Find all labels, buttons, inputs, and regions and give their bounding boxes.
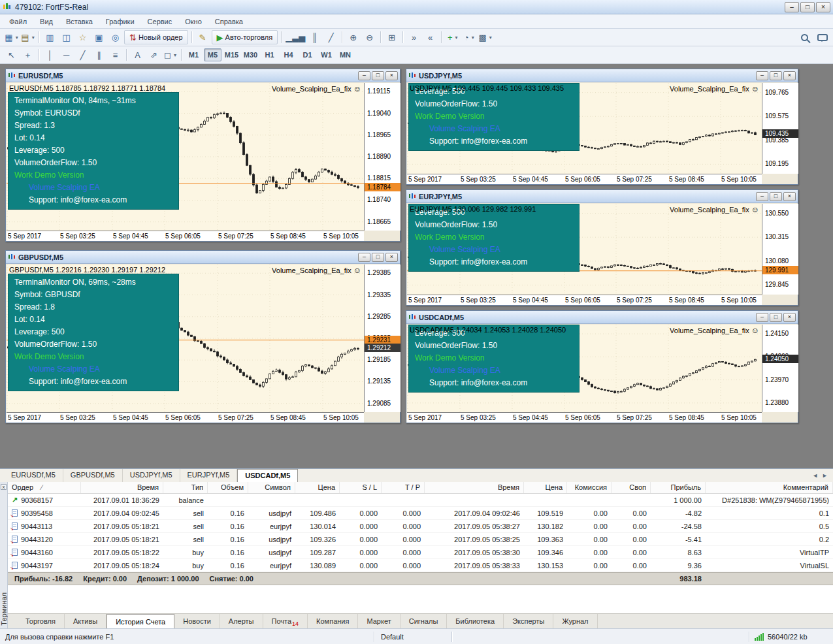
market-watch-button[interactable]: ▥ (42, 30, 57, 44)
navigator-button[interactable]: ☆ (75, 30, 90, 44)
chart-tab[interactable]: USDJPYf,M5 (123, 469, 180, 482)
menu-item[interactable]: Сервис (141, 16, 179, 27)
vertical-line-button[interactable]: │ (42, 48, 57, 62)
profiles-button[interactable]: ▤▾ (20, 30, 35, 44)
horizontal-line-button[interactable]: ─ (59, 48, 74, 62)
column-header[interactable]: Комментарий (706, 482, 833, 493)
chart-restore-button[interactable]: □ (770, 313, 782, 322)
scroll-right-icon[interactable]: ► (822, 472, 828, 479)
autotrade-button[interactable]: ▶Авто-торговля (212, 30, 278, 44)
column-header[interactable]: S / L (340, 482, 382, 493)
column-header[interactable]: Объем (208, 482, 248, 493)
chart-titlebar[interactable]: GBPUSDf,M5–□× (6, 251, 400, 264)
chart-titlebar[interactable]: EURJPYf,M5–□× (406, 190, 798, 203)
chart-restore-button[interactable]: □ (770, 71, 782, 80)
tile-windows-button[interactable]: ⊞ (384, 30, 399, 44)
timeframe-w1-button[interactable]: W1 (318, 48, 335, 61)
terminal-tab[interactable]: Журнал (553, 614, 597, 628)
history-row[interactable]: 903954582017.09.04 09:02:45sell0.16usdjp… (8, 507, 833, 520)
channel-button[interactable]: ∥ (91, 48, 106, 62)
timeframe-h4-button[interactable]: H4 (280, 48, 297, 61)
chat-icon[interactable] (817, 34, 828, 41)
chart-plot[interactable]: Leverage: 500VolumeOrderFlow: 1.50Work D… (407, 83, 762, 174)
chart-restore-button[interactable]: □ (372, 71, 384, 80)
chart-close-button[interactable]: × (783, 313, 796, 322)
timeframe-m1-button[interactable]: M1 (185, 48, 203, 61)
history-row[interactable]: 904431972017.09.05 05:18:24buy0.16eurjpy… (8, 559, 833, 572)
timeframe-h1-button[interactable]: H1 (261, 48, 278, 61)
window-titlebar[interactable]: 479102: FortFS-Real – □ × (0, 0, 833, 14)
window-minimize-button[interactable]: – (785, 2, 799, 12)
timeframe-m30-button[interactable]: M30 (242, 48, 259, 61)
menu-item[interactable]: Графики (99, 16, 141, 27)
periods-button[interactable]: ◔▾ (461, 30, 476, 44)
terminal-tab[interactable]: Торговля (17, 614, 65, 628)
timeframe-m15-button[interactable]: M15 (223, 48, 240, 61)
bar-chart-button[interactable]: ▁▃▅ (285, 30, 306, 44)
column-header[interactable]: T / P (382, 482, 425, 493)
terminal-tab[interactable]: Активы (65, 614, 106, 628)
zoom-in-button[interactable]: ⊕ (346, 30, 361, 44)
data-window-button[interactable]: ◫ (59, 30, 74, 44)
chart-titlebar[interactable]: EURUSDf,M5–□× (6, 69, 400, 82)
column-header[interactable]: Время (425, 482, 524, 493)
chart-plot[interactable]: Leverage: 500VolumeOrderFlow: 1.50Work D… (407, 325, 762, 412)
strategy-tester-button[interactable]: ◎ (108, 30, 123, 44)
chart-tab[interactable]: EURJPYf,M5 (180, 469, 238, 482)
chart-minimize-button[interactable]: – (358, 253, 370, 262)
column-header[interactable]: Ордер∕ (8, 482, 81, 493)
new-order-button[interactable]: ⇅Новый ордер (124, 30, 188, 44)
terminal-tab[interactable]: Компания (308, 614, 358, 628)
chart-minimize-button[interactable]: – (756, 313, 768, 322)
terminal-tab[interactable]: Почта14 (263, 614, 308, 628)
chart-tab[interactable]: USDCADf,M5 (237, 469, 298, 482)
chart-tab[interactable]: EURUSDf,M5 (4, 469, 63, 482)
chart-close-button[interactable]: × (783, 192, 796, 201)
chart-close-button[interactable]: × (385, 253, 398, 262)
history-row[interactable]: 904431602017.09.05 05:18:22buy0.16usdjpy… (8, 546, 833, 559)
timeframe-m5-button[interactable]: M5 (204, 48, 221, 61)
templates-button[interactable]: ▩▾ (478, 30, 493, 44)
chart-minimize-button[interactable]: – (756, 71, 768, 80)
terminal-tab[interactable]: Маркет (358, 614, 400, 628)
metaeditor-button[interactable]: ✎ (195, 30, 210, 44)
column-header[interactable]: Символ (248, 482, 295, 493)
column-header[interactable]: Цена (295, 482, 340, 493)
window-maximize-button[interactable]: □ (800, 2, 815, 12)
chart-plot[interactable]: TerminalMonitor ON, 69ms, ~28msSymbol: G… (7, 265, 364, 412)
window-close-button[interactable]: × (816, 2, 830, 12)
chart-restore-button[interactable]: □ (372, 253, 384, 262)
terminal-tab[interactable]: Алерты (220, 614, 263, 628)
scroll-left-icon[interactable]: ◄ (812, 472, 818, 479)
indicators-button[interactable]: +▾ (445, 30, 460, 44)
column-header[interactable]: Тип (163, 482, 208, 493)
chart-plot[interactable]: Leverage: 500VolumeOrderFlow: 1.50Work D… (407, 204, 762, 295)
column-header[interactable]: Своп (612, 482, 651, 493)
column-header[interactable]: Цена (524, 482, 567, 493)
arrows-button[interactable]: ⇗ (146, 48, 161, 62)
menu-item[interactable]: Окно (178, 16, 208, 27)
search-icon[interactable] (801, 34, 808, 41)
chart-shift-button[interactable]: « (423, 30, 438, 44)
text-button[interactable]: A (130, 48, 145, 62)
candlestick-button[interactable]: ║ (307, 30, 322, 44)
shapes-button[interactable]: ◻▾ (163, 48, 178, 62)
timeframe-mn-button[interactable]: MN (336, 48, 354, 61)
new-chart-button[interactable]: ▦▾ (4, 30, 19, 44)
zoom-out-button[interactable]: ⊖ (362, 30, 377, 44)
history-row[interactable]: ↗903681572017.09.01 18:36:29balance1 000… (8, 494, 833, 507)
terminal-tab[interactable]: Сигналы (400, 614, 448, 628)
terminal-tab[interactable]: Эксперты (504, 614, 553, 628)
history-row[interactable]: 904431132017.09.05 05:18:21sell0.16eurjp… (8, 520, 833, 533)
terminal-tab[interactable]: История Счета (106, 614, 174, 628)
status-profile[interactable]: Default (374, 633, 451, 641)
menu-item[interactable]: Вид (33, 16, 59, 27)
menu-item[interactable]: Файл (3, 16, 33, 27)
column-header[interactable]: Время (81, 482, 163, 493)
column-header[interactable]: Комиссия (567, 482, 612, 493)
menu-item[interactable]: Справка (208, 16, 250, 27)
terminal-tab[interactable]: Библиотека (447, 614, 504, 628)
chart-plot[interactable]: TerminalMonitor ON, 84ms, ~31msSymbol: E… (7, 83, 364, 231)
cursor-button[interactable]: ↖ (4, 48, 19, 62)
chart-restore-button[interactable]: □ (770, 192, 782, 201)
